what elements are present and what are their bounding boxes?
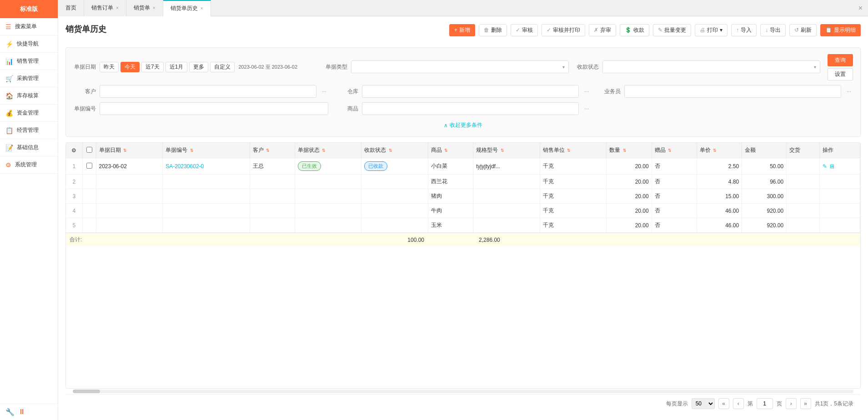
collapse-button[interactable]: ∧ 收起更多条件 — [73, 120, 853, 131]
new-label: 新增 — [459, 26, 470, 34]
doc-no-input[interactable] — [100, 102, 328, 115]
batch-change-button[interactable]: ✎ 批量变更 — [653, 24, 691, 36]
import-button[interactable]: ↑ 导入 — [731, 24, 757, 36]
goods-input[interactable] — [362, 102, 579, 115]
doc-no-link[interactable]: SA-20230602-0 — [166, 163, 204, 170]
h-scrollbar-thumb[interactable] — [73, 390, 100, 393]
col-gear[interactable]: ⚙ — [66, 143, 82, 158]
tab-home[interactable]: 首页 — [58, 0, 84, 16]
sidebar-item-sales-mgmt[interactable]: 📊 销售管理 — [0, 53, 58, 70]
export-button[interactable]: ↓ 导出 — [760, 24, 786, 36]
collect-button[interactable]: 💲 收款 — [620, 24, 649, 36]
col-goods[interactable]: 商品 ⇅ — [428, 143, 473, 158]
date-btn-1month[interactable]: 近1月 — [166, 62, 188, 72]
staff-input[interactable] — [624, 85, 841, 98]
sidebar-item-sys-mgmt[interactable]: ⚙ 系统管理 — [0, 156, 58, 174]
row-trade — [787, 204, 820, 218]
col-collect-status[interactable]: 收款状态 ⇅ — [361, 143, 428, 158]
tab-close-all-button[interactable]: × — [853, 4, 868, 12]
row-checkbox-cell[interactable] — [82, 175, 96, 189]
action-详情[interactable]: ⊞ — [830, 163, 834, 170]
row-checkbox-cell[interactable] — [82, 218, 96, 233]
sidebar-item-inventory[interactable]: 🏠 库存核算 — [0, 87, 58, 105]
show-detail-button[interactable]: 📋 显示明细 — [820, 24, 861, 36]
col-unit[interactable]: 销售单位 ⇅ — [540, 143, 607, 158]
sidebar-item-search-menu[interactable]: ☰ 搜索菜单 — [0, 18, 58, 35]
action-编辑[interactable]: ✎ — [823, 163, 827, 170]
row-checkbox[interactable] — [86, 163, 92, 169]
tab-sales-order[interactable]: 销售订单 × — [84, 0, 126, 16]
sidebar-item-finance[interactable]: 💰 资金管理 — [0, 105, 58, 122]
row-doc-no — [163, 189, 250, 204]
table-header-row: ⚙ 单据日期 ⇅ 单据编号 ⇅ — [66, 143, 860, 158]
refresh-button[interactable]: ↺ 刷新 — [789, 24, 817, 36]
col-date[interactable]: 单据日期 ⇅ — [96, 143, 163, 158]
date-btn-custom[interactable]: 自定义 — [210, 62, 235, 72]
footer-total-amount: 2,286.00 — [479, 237, 500, 243]
new-button[interactable]: + 新增 — [449, 24, 475, 36]
col-price[interactable]: 单价 ⇅ — [697, 143, 742, 158]
row-price: 46.00 — [697, 218, 742, 233]
page-first-button[interactable]: « — [718, 398, 729, 409]
delete-button[interactable]: 🗑 删除 — [479, 24, 507, 36]
col-gift[interactable]: 赠品 ⇅ — [652, 143, 697, 158]
row-collect-status — [361, 204, 428, 218]
discard-button[interactable]: ✗ 弃审 — [589, 24, 616, 36]
gear-icon: ⚙ — [71, 147, 76, 154]
warehouse-input[interactable] — [362, 85, 579, 98]
sidebar-item-purchase-mgmt[interactable]: 🛒 采购管理 — [0, 70, 58, 87]
select-all-checkbox[interactable] — [86, 147, 92, 153]
staff-ellipsis[interactable]: ··· — [845, 88, 853, 95]
customer-ellipsis[interactable]: ··· — [320, 88, 328, 95]
tab-sales-goods-close[interactable]: × — [153, 5, 156, 10]
customer-input[interactable] — [100, 85, 316, 98]
col-date-label: 单据日期 — [99, 147, 121, 153]
col-doc-status[interactable]: 单据状态 ⇅ — [295, 143, 361, 158]
col-doc-no[interactable]: 单据编号 ⇅ — [163, 143, 250, 158]
row-checkbox-cell[interactable] — [82, 204, 96, 218]
per-page-label: 每页显示 — [666, 400, 688, 408]
goods-ellipsis[interactable]: ··· — [582, 105, 591, 112]
tab-sales-history[interactable]: 销货单历史 × — [163, 0, 211, 16]
warehouse-ellipsis[interactable]: ··· — [582, 88, 591, 95]
set-button[interactable]: 设置 — [828, 68, 853, 80]
tab-sales-goods[interactable]: 销货单 × — [126, 0, 163, 16]
sidebar-settings-icon[interactable]: 🔧 — [5, 408, 15, 416]
audit-print-button[interactable]: ✓ 审核并打印 — [542, 24, 585, 36]
warehouse-label: 仓库 — [336, 88, 358, 95]
query-button[interactable]: 查询 — [828, 54, 853, 66]
page-number-input[interactable] — [757, 398, 773, 409]
row-checkbox-cell[interactable] — [82, 189, 96, 204]
date-btn-more[interactable]: 更多 — [189, 62, 208, 72]
page-last-button[interactable]: » — [800, 398, 811, 409]
discard-label: 弃审 — [600, 26, 611, 34]
collect-status-select[interactable]: ▾ — [602, 60, 820, 73]
date-btn-today[interactable]: 今天 — [120, 62, 140, 72]
sidebar-item-basic-info[interactable]: 📝 基础信息 — [0, 139, 58, 156]
col-qty[interactable]: 数量 ⇅ — [607, 143, 652, 158]
tab-sales-history-close[interactable]: × — [201, 6, 203, 11]
sidebar-item-label: 经营管理 — [17, 126, 39, 134]
tab-sales-order-label: 销售订单 — [91, 4, 113, 12]
col-spec[interactable]: 规格型号 ⇅ — [473, 143, 540, 158]
page-next-button[interactable]: › — [786, 398, 797, 409]
row-doc-no — [163, 218, 250, 233]
page-prev-button[interactable]: ‹ — [733, 398, 744, 409]
sidebar-item-ops[interactable]: 📋 经营管理 — [0, 122, 58, 139]
per-page-select[interactable]: 50 10 20 100 — [692, 398, 715, 409]
date-btn-7days[interactable]: 近7天 — [141, 62, 164, 72]
audit-button[interactable]: ✓ 审核 — [511, 24, 538, 36]
new-icon: + — [454, 27, 457, 33]
sidebar-pause-icon[interactable]: ⏸ — [18, 408, 25, 416]
h-scrollbar[interactable] — [73, 390, 853, 393]
tab-sales-order-close[interactable]: × — [116, 5, 119, 10]
col-customer[interactable]: 客户 ⇅ — [250, 143, 295, 158]
row-date — [96, 175, 163, 189]
print-button[interactable]: 🖨 打印 ▾ — [695, 24, 728, 36]
col-checkbox[interactable] — [82, 143, 96, 158]
sidebar-item-quick-nav[interactable]: ⚡ 快捷导航 — [0, 35, 58, 53]
row-checkbox-cell[interactable] — [82, 158, 96, 175]
date-label: 单据日期 — [73, 63, 96, 71]
doc-type-select[interactable]: ▾ — [351, 60, 569, 73]
date-btn-yesterday[interactable]: 昨天 — [100, 62, 119, 72]
